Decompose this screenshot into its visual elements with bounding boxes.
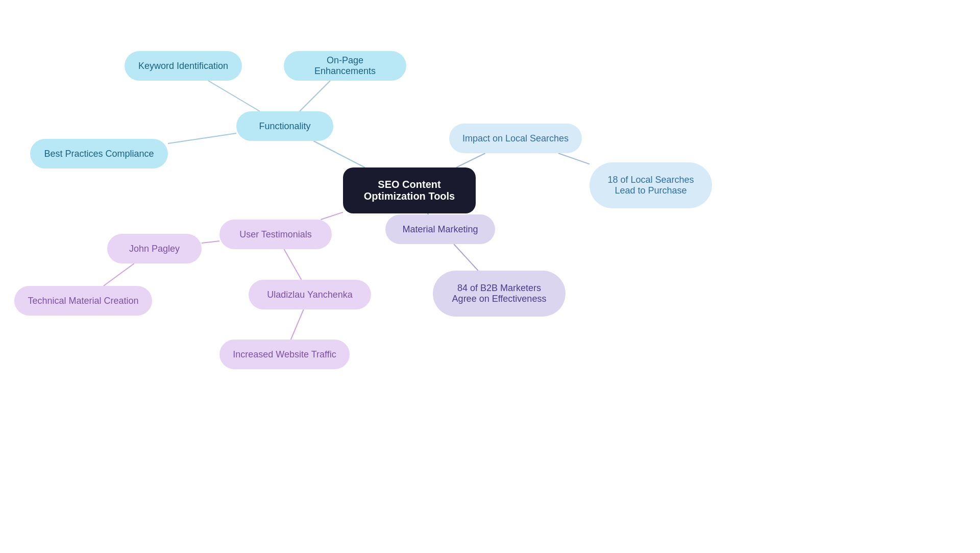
node-functionality: Functionality — [236, 111, 333, 141]
node-onpage: On-Page Enhancements — [284, 51, 406, 81]
node-bestpractices: Best Practices Compliance — [30, 139, 168, 169]
svg-line-6 — [321, 212, 343, 220]
svg-line-8 — [104, 263, 134, 286]
mindmap-canvas: SEO Content Optimization ToolsFunctional… — [0, 0, 980, 553]
svg-line-0 — [313, 141, 365, 167]
svg-line-1 — [208, 81, 260, 111]
svg-line-7 — [202, 241, 219, 243]
node-johnpagley: John Pagley — [107, 234, 202, 263]
node-b2bmarketers: 84 of B2B Marketers Agree on Effectivene… — [433, 271, 566, 317]
node-usertestimonials: User Testimonials — [219, 220, 332, 249]
svg-line-5 — [558, 153, 590, 164]
svg-line-12 — [454, 244, 478, 271]
node-localpurchase: 18 of Local Searches Lead to Purchase — [590, 162, 712, 208]
node-impact: Impact on Local Searches — [449, 124, 582, 153]
node-uladizlau: Uladizlau Yanchenka — [249, 280, 371, 309]
node-websitetraffic: Increased Website Traffic — [219, 340, 350, 369]
node-materialmarketing: Material Marketing — [385, 214, 495, 244]
center-node: SEO Content Optimization Tools — [343, 167, 476, 213]
node-keyword: Keyword Identification — [125, 51, 242, 81]
svg-line-4 — [456, 153, 485, 167]
svg-line-2 — [300, 81, 330, 111]
node-techmat: Technical Material Creation — [14, 286, 152, 316]
svg-line-3 — [168, 133, 236, 143]
svg-line-9 — [284, 249, 301, 280]
svg-line-10 — [291, 309, 304, 340]
